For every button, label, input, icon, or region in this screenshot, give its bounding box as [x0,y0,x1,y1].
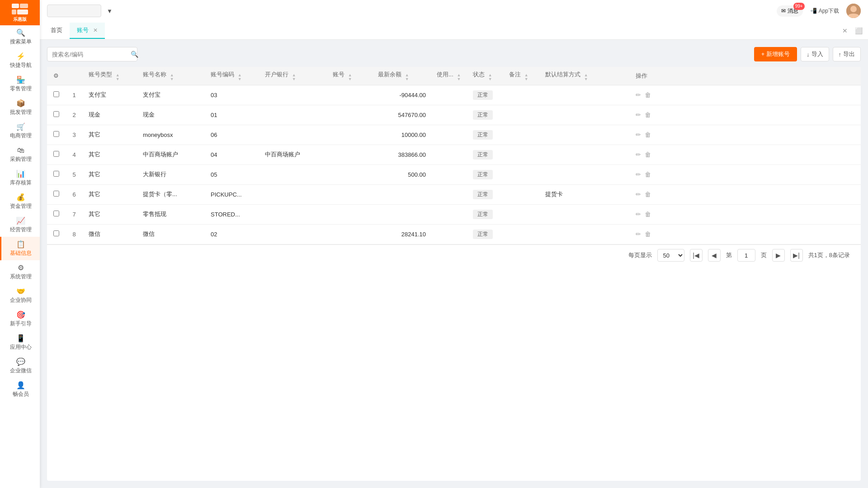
row-select-checkbox[interactable] [53,230,59,236]
accounts-table: ⚙ 账号类型 ▲▼ 账号名称 ▲▼ 账号编码 ▲▼ [47,67,861,244]
sidebar-item-system[interactable]: ⚙ 系统管理 [0,260,40,284]
row-select-checkbox[interactable] [53,211,59,216]
shortcut-icon: ⚡ [16,52,25,61]
row-checkbox[interactable] [47,184,65,204]
header-search-input[interactable] [47,5,101,17]
row-select-checkbox[interactable] [53,111,59,117]
row-checkbox[interactable] [47,85,65,105]
status-badge: 正常 [473,90,493,100]
row-bank [259,85,327,105]
row-actions: ✏ 🗑 [630,164,861,184]
delete-icon[interactable]: 🗑 [645,191,651,198]
operation-icon: 📈 [16,216,25,225]
delete-icon[interactable]: 🗑 [645,111,651,118]
row-select-checkbox[interactable] [53,171,59,177]
col-type[interactable]: 账号类型 ▲▼ [83,67,137,85]
add-account-button[interactable]: + 新增账号 [754,47,797,61]
row-checkbox[interactable] [47,125,65,145]
edit-icon[interactable]: ✏ [636,91,641,99]
user-avatar[interactable] [846,4,861,18]
message-button[interactable]: ✉ 消息 99+ [777,5,803,17]
edit-icon[interactable]: ✏ [636,131,641,138]
sidebar-item-retail[interactable]: 🏪 零售管理 [0,72,40,96]
sidebar-item-label: 企业微信 [10,367,32,375]
sidebar-item-guide[interactable]: 🎯 新手引导 [0,307,40,331]
delete-icon[interactable]: 🗑 [645,171,651,178]
sidebar-item-member[interactable]: 👤 畅会员 [0,378,40,401]
row-checkbox[interactable] [47,224,65,244]
page-size-select[interactable]: 50 20 100 [657,249,684,262]
col-status[interactable]: 状态 ▲▼ [467,67,504,85]
sidebar-item-label: 快捷导航 [10,61,32,69]
sidebar-item-purchase[interactable]: 🛍 采购管理 [0,143,40,166]
row-checkbox[interactable] [47,145,65,164]
edit-icon[interactable]: ✏ [636,191,641,198]
export-button[interactable]: ↑ 导出 [833,47,861,61]
sidebar-item-shortcut[interactable]: ⚡ 快捷导航 [0,49,40,72]
first-page-button[interactable]: |◀ [690,249,703,262]
sidebar-item-inventory[interactable]: 📊 库存核算 [0,166,40,190]
col-code[interactable]: 账号编码 ▲▼ [205,67,259,85]
tab-close-icon[interactable]: ✕ [93,27,98,33]
delete-icon[interactable]: 🗑 [645,131,651,138]
app-download-label: App下载 [819,7,839,15]
col-account[interactable]: 账号 ▲▼ [327,67,373,85]
col-bank[interactable]: 开户银行 ▲▼ [259,67,327,85]
sidebar-item-wechat[interactable]: 💬 企业微信 [0,354,40,378]
row-select-checkbox[interactable] [53,131,59,137]
col-balance[interactable]: 最新余额 ▲▼ [373,67,431,85]
app-download-button[interactable]: 📲 App下载 [810,7,839,15]
sort-icon: ▲▼ [524,73,528,81]
status-badge: 正常 [473,210,493,219]
close-window-icon[interactable]: ✕ [840,25,849,36]
last-page-button[interactable]: ▶| [790,249,803,262]
delete-icon[interactable]: 🗑 [645,230,651,238]
row-status: 正常 [467,224,504,244]
delete-icon[interactable]: 🗑 [645,211,651,218]
row-select-checkbox[interactable] [53,91,59,97]
import-button[interactable]: ↓ 导入 [801,47,829,61]
sidebar-item-finance[interactable]: 💰 资金管理 [0,190,40,213]
sidebar-item-wholesale[interactable]: 📦 批发管理 [0,96,40,119]
header-dropdown[interactable]: ▼ [107,8,113,14]
maximize-window-icon[interactable]: ⬜ [853,25,864,36]
tab-home[interactable]: 首页 [43,23,70,39]
delete-icon[interactable]: 🗑 [645,151,651,158]
total-label: 共1页，8条记录 [808,251,850,259]
prev-page-button[interactable]: ◀ [708,249,721,262]
col-name[interactable]: 账号名称 ▲▼ [137,67,205,85]
sidebar-item-search[interactable]: 🔍 搜索菜单 [0,25,40,49]
search-input[interactable] [52,51,128,58]
sidebar-item-basic[interactable]: 📋 基础信息 [0,237,40,260]
row-remark [504,85,540,105]
col-usage[interactable]: 使用... ▲▼ [431,67,467,85]
sidebar-item-appcenter[interactable]: 📱 应用中心 [0,331,40,354]
tab-account[interactable]: 账号 ✕ [70,23,105,39]
search-icon[interactable]: 🔍 [131,51,138,58]
sidebar-item-contract[interactable]: 🤝 企业协同 [0,284,40,307]
edit-icon[interactable]: ✏ [636,230,641,238]
page-number-input[interactable] [737,249,755,262]
row-checkbox[interactable] [47,164,65,184]
sidebar-item-ecommerce[interactable]: 🛒 电商管理 [0,119,40,143]
sidebar-item-operation[interactable]: 📈 经营管理 [0,213,40,237]
row-checkbox[interactable] [47,204,65,224]
row-checkbox[interactable] [47,105,65,125]
edit-icon[interactable]: ✏ [636,151,641,158]
row-bank: 中百商场账户 [259,145,327,164]
row-status: 正常 [467,204,504,224]
next-page-button[interactable]: ▶ [772,249,785,262]
edit-icon[interactable]: ✏ [636,111,641,118]
svg-rect-2 [12,9,16,14]
row-select-checkbox[interactable] [53,191,59,197]
col-gear[interactable]: ⚙ [47,67,65,85]
edit-icon[interactable]: ✏ [636,211,641,218]
row-select-checkbox[interactable] [53,151,59,157]
tab-max-controls: ✕ ⬜ [840,25,864,36]
top-header: ▼ ✉ 消息 99+ 📲 App下载 [40,0,868,22]
edit-icon[interactable]: ✏ [636,171,641,178]
col-default-payment[interactable]: 默认结算方式 ▲▼ [540,67,630,85]
col-remark[interactable]: 备注 ▲▼ [504,67,540,85]
app-subtitle: 乐惠版 [13,16,27,23]
delete-icon[interactable]: 🗑 [645,91,651,99]
